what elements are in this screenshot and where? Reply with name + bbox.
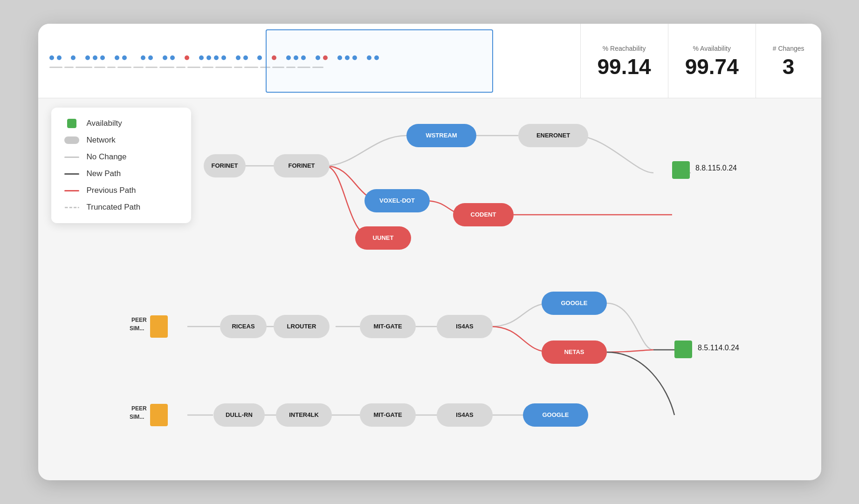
path-r2-dest-gray (607, 303, 653, 350)
label-dest1: 8.8.115.0.24 (695, 164, 737, 172)
reachability-value: 99.14 (598, 56, 651, 77)
dot (316, 55, 320, 60)
path-r2-netas (490, 327, 551, 352)
legend-truncated-path-label: Truncated Path (87, 203, 141, 212)
legend-truncated-path: Truncated Path (64, 203, 178, 212)
path-r2-dest-red (607, 350, 653, 352)
dot (221, 55, 226, 60)
main-container: % Reachability 99.14 % Availability 99.7… (38, 24, 821, 480)
legend-previous-path: Previous Path (64, 186, 178, 195)
label-is4as-r2: IS4AS (456, 323, 474, 330)
legend-availability-icon (64, 119, 79, 128)
legend-new-path-icon (64, 173, 79, 175)
label-google-r3: GOOGLE (542, 411, 569, 418)
label-eneronet: ENERONET (536, 132, 570, 139)
dot (301, 55, 306, 60)
dot (163, 55, 167, 60)
availability-value: 99.74 (685, 56, 739, 77)
new-path-line (64, 173, 79, 175)
dot (57, 55, 62, 60)
path-netas-to-r3 (607, 352, 674, 415)
dash-row-1 (49, 67, 569, 68)
legend-new-path-label: New Path (87, 169, 121, 178)
path-r2-google (490, 303, 551, 327)
label-riceas: RICEAS (232, 323, 254, 330)
dot (323, 55, 328, 60)
dot (148, 55, 153, 60)
changes-stat: # Changes 3 (756, 24, 821, 98)
dot (100, 55, 105, 60)
legend-previous-path-icon (64, 190, 79, 191)
dot (374, 55, 379, 60)
dot (352, 55, 357, 60)
dest1-square (672, 161, 690, 179)
label-codent: CODENT (470, 211, 496, 218)
dot (85, 55, 90, 60)
dot (236, 55, 241, 60)
label-mitgate-r3: MIT-GATE (373, 411, 402, 418)
label-peersim1: PEER (131, 317, 147, 323)
dot (206, 55, 211, 60)
network-node-icon (64, 136, 79, 144)
label-dest2: 8.5.114.0.24 (698, 344, 739, 352)
label-inter4lk: INTER4LK (289, 411, 319, 418)
node-peersim2 (150, 404, 168, 426)
legend-previous-path-label: Previous Path (87, 186, 136, 195)
label-netas: NETAS (564, 348, 584, 355)
path-r1-gray-1 (325, 136, 406, 166)
dot (345, 55, 350, 60)
label-forinet-large: FORINET (288, 162, 315, 169)
label-peersim1b: SIM... (130, 325, 144, 332)
availability-stat: % Availability 99.74 (668, 24, 756, 98)
no-change-line (64, 157, 79, 158)
timeline-dots (49, 54, 569, 68)
dot (243, 55, 248, 60)
dot (71, 55, 76, 60)
label-peersim2b: SIM... (130, 414, 144, 420)
legend-network-label: Network (87, 136, 116, 145)
label-google-r2: GOOGLE (561, 300, 587, 306)
legend-no-change: No Change (64, 152, 178, 162)
dot (294, 55, 298, 60)
stats-area: % Reachability 99.14 % Availability 99.7… (580, 24, 821, 98)
availability-square (67, 119, 76, 128)
legend-network-icon (64, 136, 79, 144)
label-mitgate-r2: MIT-GATE (373, 323, 402, 330)
dot (214, 55, 219, 60)
dot (115, 55, 119, 60)
changes-label: # Changes (773, 45, 804, 52)
dot (93, 55, 97, 60)
label-lrouter: LROUTER (287, 323, 316, 330)
dot (367, 55, 371, 60)
timeline-area[interactable] (38, 24, 580, 98)
legend-box: Availabilty Network No Change New Path P… (51, 108, 191, 223)
dot (185, 55, 189, 60)
label-wstream: WSTREAM (426, 132, 457, 139)
dot (272, 55, 276, 60)
dot (337, 55, 342, 60)
label-voxeldot: VOXEL-DOT (379, 197, 415, 204)
label-dullrn: DULL-RN (226, 411, 253, 418)
legend-availability: Availabilty (64, 119, 178, 128)
label-peersim2: PEER (131, 405, 147, 412)
reachability-stat: % Reachability 99.14 (581, 24, 668, 98)
dot (257, 55, 262, 60)
dot (199, 55, 204, 60)
dot (122, 55, 127, 60)
legend-new-path: New Path (64, 169, 178, 178)
previous-path-line (64, 190, 79, 191)
dest2-square (674, 341, 692, 358)
dot (286, 55, 291, 60)
availability-label: % Availability (693, 45, 730, 52)
node-peersim1 (150, 315, 168, 338)
dot (49, 55, 54, 60)
changes-value: 3 (783, 56, 795, 77)
truncated-path-line (64, 207, 79, 208)
legend-no-change-label: No Change (87, 152, 127, 162)
top-bar: % Reachability 99.14 % Availability 99.7… (38, 24, 821, 98)
legend-availability-label: Availabilty (87, 119, 122, 128)
dots-row-1 (49, 54, 569, 62)
reachability-label: % Reachability (603, 45, 646, 52)
legend-network: Network (64, 136, 178, 145)
label-uunet: UUNET (372, 234, 393, 241)
